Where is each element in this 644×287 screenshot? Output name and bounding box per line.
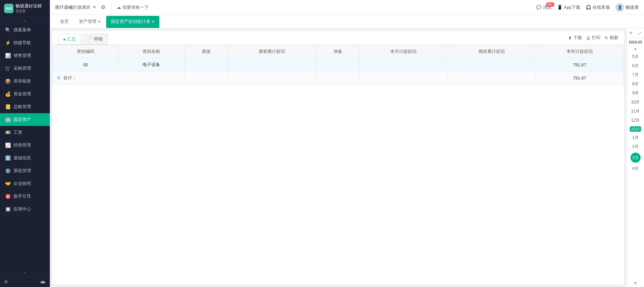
settings-icon[interactable]: ⚙ bbox=[4, 279, 8, 284]
tab-home-label: 首页 bbox=[60, 19, 69, 25]
sidebar-item-finance[interactable]: 💰 资金管理 bbox=[0, 88, 50, 100]
panel-month-5[interactable]: 5月 bbox=[627, 52, 644, 61]
panel-month-12[interactable]: 12月 bbox=[627, 116, 644, 125]
notifications-badge: 99+ bbox=[546, 2, 554, 7]
right-panel: ✕ ⤢ 2023.03 ▲ 5月 6月 7月 8月 9月 10月 11月 12月… bbox=[626, 28, 644, 287]
panel-month-3-selected[interactable]: 3月 bbox=[631, 153, 641, 163]
panel-expand-button[interactable]: ⤢ bbox=[638, 30, 642, 36]
sidebar-item-newbie[interactable]: 🎯 新手引导 bbox=[0, 190, 50, 203]
user-label: 畅捷通 bbox=[625, 4, 639, 10]
panel-year-label: 2023.03 bbox=[627, 38, 644, 45]
topbar-right: 💬 消息 99+ 📱 App下载 🎧 在线客服 👤 畅捷通 bbox=[536, 3, 639, 12]
sidebar-item-label: 企业协同 bbox=[13, 181, 31, 187]
sidebar-item-fixed-assets[interactable]: 🏢 固定资产 bbox=[0, 113, 50, 126]
table-row: 05 电子设备 791.67 bbox=[53, 58, 624, 71]
user-menu[interactable]: 👤 畅捷通 bbox=[615, 3, 639, 12]
system-icon: ⚙️ bbox=[5, 168, 11, 173]
tab-depreciation[interactable]: 固定资产折旧统计表 ✕ bbox=[106, 16, 159, 28]
tab-asset-mgmt-close[interactable]: ✕ bbox=[98, 20, 101, 24]
print-label: 打印 bbox=[592, 35, 601, 41]
refresh-button[interactable]: ↻ 刷新 bbox=[605, 35, 618, 41]
sidebar-item-collab[interactable]: 🤝 企业协同 bbox=[0, 177, 50, 190]
print-icon: 🖨 bbox=[586, 35, 590, 40]
panel-month-6[interactable]: 6月 bbox=[627, 61, 644, 70]
panel-scroll: 5月 6月 7月 8月 9月 10月 11月 12月 2023 1月 2月 3月… bbox=[627, 52, 644, 280]
sum-original bbox=[184, 71, 228, 85]
app-download-button[interactable]: 📱 App下载 bbox=[557, 4, 580, 10]
sidebar-item-app-center[interactable]: 🔲 应用中心 bbox=[0, 203, 50, 216]
panel-month-10[interactable]: 10月 bbox=[627, 98, 644, 107]
quicknav-icon: ⚡ bbox=[5, 40, 11, 45]
tab-depreciation-close[interactable]: ✕ bbox=[152, 20, 155, 24]
year-2023-badge[interactable]: 2023 bbox=[630, 126, 641, 132]
company-name: 医疗器械行业演示 bbox=[55, 4, 90, 10]
notifications-button[interactable]: 💬 消息 99+ bbox=[536, 4, 552, 10]
experience-label: 我要体验一下 bbox=[122, 4, 149, 10]
sidebar-item-sales[interactable]: 📊 销售管理 bbox=[0, 49, 50, 62]
panel-month-8[interactable]: 8月 bbox=[627, 79, 644, 89]
panel-month-7[interactable]: 7月 bbox=[627, 70, 644, 79]
notification-icon: 💬 bbox=[536, 5, 542, 10]
sidebar-item-ledger[interactable]: 📒 总账管理 bbox=[0, 100, 50, 113]
tab-asset-mgmt[interactable]: 资产管理 ✕ bbox=[74, 16, 105, 28]
tab-depreciation-label: 固定资产折旧统计表 bbox=[111, 19, 150, 25]
operations-icon: 📈 bbox=[5, 142, 11, 148]
sidebar-toggle-icon[interactable]: ◀▶ bbox=[40, 280, 46, 284]
panel-close-button[interactable]: ✕ bbox=[629, 30, 633, 36]
customer-service-label: 在线客服 bbox=[592, 4, 610, 10]
sidebar-item-system[interactable]: ⚙️ 系统管理 bbox=[0, 164, 50, 177]
sidebar-item-label: 快捷导航 bbox=[13, 40, 31, 46]
row-net-value bbox=[316, 58, 360, 71]
panel-scroll-down-btn[interactable]: ▼ bbox=[627, 280, 644, 287]
sidebar-item-label: 库存核算 bbox=[13, 78, 31, 84]
sidebar-item-inventory[interactable]: 📦 库存核算 bbox=[0, 75, 50, 88]
collab-icon: 🤝 bbox=[5, 181, 11, 186]
subtab-summary[interactable]: ● 汇总 bbox=[58, 34, 81, 44]
panel-month-4[interactable]: 4月 bbox=[627, 164, 644, 173]
download-button[interactable]: ⬇ 下载 bbox=[568, 35, 582, 41]
finance-icon: 💰 bbox=[5, 91, 11, 97]
table-area: 类别编码 类别名称 原值 期初累计折旧 净值 本月计提折旧 期末累计折旧 本年计… bbox=[53, 45, 624, 284]
settings-gear-icon[interactable]: ⚙ bbox=[101, 4, 105, 10]
app-center-icon: 🔲 bbox=[5, 206, 11, 212]
sidebar-item-search[interactable]: 🔍 搜索菜单 bbox=[0, 24, 50, 36]
sidebar-scroll-up[interactable]: ▲ bbox=[0, 17, 50, 24]
sidebar-item-purchase[interactable]: 🛒 采购管理 bbox=[0, 62, 50, 75]
company-dropdown-icon: ▼ bbox=[92, 5, 97, 10]
sidebar-item-basic-info[interactable]: ℹ️ 基础信息 bbox=[0, 152, 50, 164]
logo-sub: 普及版 bbox=[16, 9, 42, 13]
panel-month-11[interactable]: 11月 bbox=[627, 107, 644, 116]
sidebar-item-label: 总账管理 bbox=[13, 104, 31, 110]
sales-icon: 📊 bbox=[5, 53, 11, 58]
panel-month-1[interactable]: 1月 bbox=[627, 133, 644, 142]
subtab-detail[interactable]: 📄 明细 bbox=[82, 34, 108, 44]
basic-info-icon: ℹ️ bbox=[5, 155, 11, 161]
row-original bbox=[184, 58, 228, 71]
sidebar-item-quick-nav[interactable]: ⚡ 快捷导航 bbox=[0, 36, 50, 49]
sidebar-item-label: 新手引导 bbox=[13, 193, 31, 199]
print-button[interactable]: 🖨 打印 bbox=[586, 35, 601, 41]
logo-text-block: 畅捷通好业财 普及版 bbox=[16, 3, 42, 13]
sidebar-scroll-down[interactable]: ▼ bbox=[0, 270, 50, 276]
panel-scroll-up-btn[interactable]: ▲ bbox=[627, 45, 644, 52]
content-main: ● 汇总 📄 明细 ⬇ 下载 🖨 打印 bbox=[53, 31, 624, 284]
experience-icon: ☁ bbox=[117, 5, 121, 10]
sidebar-item-salary[interactable]: 💵 工资 bbox=[0, 126, 50, 139]
subtab-summary-label: 汇总 bbox=[67, 36, 76, 42]
sidebar-item-label: 工资 bbox=[13, 129, 22, 135]
experience-button[interactable]: ☁ 我要体验一下 bbox=[117, 4, 149, 10]
panel-month-9[interactable]: 9月 bbox=[627, 89, 644, 98]
sidebar-item-operations[interactable]: 📈 经营管理 bbox=[0, 139, 50, 152]
col-initial-acc: 期初累计折旧 bbox=[228, 45, 316, 58]
content-area: ● 汇总 📄 明细 ⬇ 下载 🖨 打印 bbox=[50, 28, 644, 287]
customer-service-button[interactable]: 🎧 在线客服 bbox=[586, 4, 610, 10]
table-header-row: 类别编码 类别名称 原值 期初累计折旧 净值 本月计提折旧 期末累计折旧 本年计… bbox=[53, 45, 624, 58]
panel-month-2[interactable]: 2月 bbox=[627, 142, 644, 151]
tab-home[interactable]: 首页 bbox=[55, 16, 73, 28]
main-area: 医疗器械行业演示 ▼ ⚙ ☁ 我要体验一下 💬 消息 99+ 📱 App下载 🎧… bbox=[50, 0, 644, 287]
inventory-icon: 📦 bbox=[5, 78, 11, 84]
col-net-value: 净值 bbox=[316, 45, 360, 58]
sidebar-item-label: 销售管理 bbox=[13, 53, 31, 59]
row-initial-acc bbox=[228, 58, 316, 71]
company-selector[interactable]: 医疗器械行业演示 ▼ bbox=[55, 4, 97, 10]
